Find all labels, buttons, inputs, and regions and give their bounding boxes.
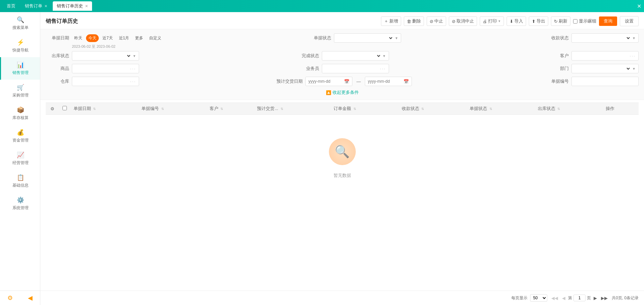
date-btn-more[interactable]: 更多	[133, 34, 145, 42]
complete-select-input[interactable]	[325, 53, 381, 59]
sort-outbound-status-icon[interactable]: ⇅	[557, 107, 560, 111]
calendar-from-icon[interactable]: 📅	[344, 79, 349, 84]
th-customer[interactable]: 客户 ⇅	[206, 103, 254, 115]
select-all-checkbox[interactable]	[62, 106, 67, 110]
th-date[interactable]: 单据日期 ⇅	[70, 103, 138, 115]
customer-dots-btn[interactable]: ···	[630, 53, 636, 59]
delivery-date-to-input[interactable]	[368, 79, 402, 84]
last-page-btn[interactable]: ▶▶	[600, 295, 609, 301]
salesperson-input[interactable]: ···	[322, 64, 389, 73]
complete-filter-label: 完成状态	[296, 53, 319, 59]
prev-page-btn[interactable]: ◀	[561, 295, 567, 301]
tab-sales-order[interactable]: 销售订单 ✕	[21, 1, 51, 11]
sort-date-icon[interactable]: ⇅	[93, 107, 96, 111]
th-payment-status[interactable]: 收款状态 ⇅	[398, 103, 466, 115]
sidebar-collapse-icon[interactable]: ◀	[28, 294, 33, 302]
tab-sales-order-history-close[interactable]: ✕	[85, 4, 88, 8]
sort-num-icon[interactable]: ⇅	[161, 107, 164, 111]
sidebar-item-quick-nav[interactable]: ⚡ 快捷导航	[0, 35, 40, 57]
tab-sales-order-close[interactable]: ✕	[44, 4, 47, 8]
th-check[interactable]	[59, 103, 70, 115]
goods-dots-btn[interactable]: ···	[130, 66, 136, 71]
dept-select-input[interactable]	[574, 66, 631, 71]
first-page-btn[interactable]: ◀◀	[550, 295, 559, 301]
collapse-label[interactable]: 收起更多条件	[333, 89, 359, 96]
sidebar-item-basic-info[interactable]: 📋 基础信息	[0, 170, 40, 192]
payment-select[interactable]: ▼	[571, 33, 639, 43]
delivery-date-from[interactable]: 📅	[305, 77, 352, 86]
outbound-select-input[interactable]	[75, 53, 131, 59]
th-amount[interactable]: 订单金额 ⇅	[330, 103, 398, 115]
delivery-date-to[interactable]: 📅	[365, 77, 412, 86]
gear-icon[interactable]: ⚙	[50, 106, 54, 111]
outbound-filter-label: 出库状态	[46, 53, 69, 59]
next-page-btn[interactable]: ▶	[592, 295, 598, 301]
warehouse-dots-btn[interactable]: ···	[130, 79, 136, 84]
page-size-select[interactable]: 50 10 20 100	[530, 294, 547, 302]
warehouse-input[interactable]: ···	[72, 77, 139, 86]
order-num-input[interactable]	[571, 77, 639, 86]
order-num-text-input[interactable]	[574, 79, 636, 84]
print-button[interactable]: 🖨 打印 ▼	[480, 16, 504, 26]
salesperson-dots-btn[interactable]: ···	[380, 66, 386, 71]
date-btn-yesterday[interactable]: 昨天	[72, 34, 85, 42]
date-btn-today[interactable]: 今天	[86, 34, 99, 42]
basic-info-icon: 📋	[17, 174, 24, 181]
export-button[interactable]: ⬆ 导出	[529, 16, 548, 26]
sort-order-status-icon[interactable]: ⇅	[489, 107, 492, 111]
sidebar-item-quick-nav-label: 快捷导航	[12, 47, 29, 53]
salesperson-text-input[interactable]	[325, 66, 379, 71]
th-order-status[interactable]: 单据状态 ⇅	[466, 103, 534, 115]
stop-button[interactable]: ⊘ 中止	[427, 16, 446, 26]
main-layout: 🔍 搜索菜单 ⚡ 快捷导航 📊 销售管理 🛒 采购管理 📦 库存核算 💰 资金管…	[0, 12, 644, 305]
topbar-close-btn[interactable]: ✕	[637, 3, 641, 9]
th-delivery[interactable]: 预计交货... ⇅	[254, 103, 330, 115]
th-order-status-label: 单据状态	[470, 106, 487, 111]
sort-payment-status-icon[interactable]: ⇅	[421, 107, 424, 111]
th-num[interactable]: 单据编号 ⇅	[138, 103, 206, 115]
sidebar-item-search-menu-label: 搜索菜单	[12, 25, 29, 31]
sidebar-item-inventory[interactable]: 📦 库存核算	[0, 102, 40, 125]
sidebar-item-search-menu[interactable]: 🔍 搜索菜单	[0, 12, 40, 35]
sort-amount-icon[interactable]: ⇅	[353, 107, 356, 111]
date-btn-1month[interactable]: 近1月	[117, 34, 132, 42]
status-select-input[interactable]	[337, 35, 393, 41]
tab-sales-order-history[interactable]: 销售订单历史 ✕	[53, 1, 92, 11]
th-gear[interactable]: ⚙	[46, 103, 59, 115]
outbound-select[interactable]: ▼	[72, 51, 139, 61]
sidebar-item-sys-mgmt[interactable]: ⚙️ 系统管理	[0, 192, 40, 215]
sidebar-item-sales-mgmt[interactable]: 📊 销售管理	[0, 57, 40, 80]
th-outbound-status[interactable]: 出库状态 ⇅	[534, 103, 602, 115]
cancel-stop-button[interactable]: ⊘ 取消中止	[449, 16, 477, 26]
import-button[interactable]: ⬇ 导入	[507, 16, 526, 26]
customer-input[interactable]: ···	[571, 51, 639, 61]
status-select[interactable]: ▼	[334, 33, 401, 43]
dept-select[interactable]: ▼	[571, 64, 639, 73]
page-input[interactable]	[573, 295, 586, 301]
date-btn-7days[interactable]: 近7天	[100, 34, 115, 42]
sidebar-item-operations[interactable]: 📈 经营管理	[0, 147, 40, 170]
goods-text-input[interactable]	[75, 66, 129, 71]
add-button[interactable]: ＋ 新增	[381, 16, 401, 26]
query-button[interactable]: 查询	[599, 16, 617, 26]
settings-button[interactable]: 设置	[620, 16, 639, 26]
warehouse-text-input[interactable]	[75, 79, 129, 84]
tab-home[interactable]: 首页	[3, 1, 19, 11]
display-cols-checkbox[interactable]: 显示碾细	[573, 18, 596, 24]
sidebar-item-purchase-mgmt[interactable]: 🛒 采购管理	[0, 80, 40, 102]
payment-select-input[interactable]	[574, 35, 631, 41]
sort-delivery-icon[interactable]: ⇅	[281, 107, 283, 111]
collapse-more-row[interactable]: 🔼 收起更多条件	[46, 89, 639, 96]
calendar-to-icon[interactable]: 📅	[403, 79, 409, 84]
date-btn-custom[interactable]: 自定义	[147, 34, 164, 42]
delete-button[interactable]: 🗑 删除	[404, 16, 424, 26]
delivery-date-from-input[interactable]	[308, 79, 343, 84]
sidebar-item-finance[interactable]: 💰 资金管理	[0, 125, 40, 147]
goods-input[interactable]: ···	[72, 64, 139, 73]
customer-text-input[interactable]	[574, 53, 628, 58]
display-cols-input[interactable]	[573, 19, 577, 24]
refresh-button[interactable]: ↻ 刷新	[551, 16, 570, 26]
complete-select[interactable]: ▼	[322, 51, 389, 61]
sort-customer-icon[interactable]: ⇅	[220, 107, 223, 111]
sidebar-settings-icon[interactable]: ⚙	[7, 294, 13, 302]
